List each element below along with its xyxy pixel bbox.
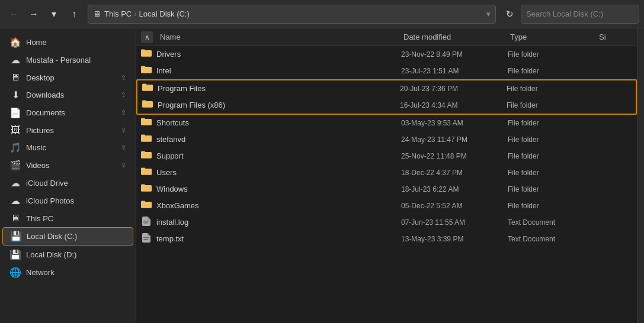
file-row-support[interactable]: Support25-Nov-22 11:48 PMFile folder — [136, 148, 637, 164]
sidebar-item-desktop[interactable]: 🖥Desktop⇪ — [2, 69, 133, 86]
documents-icon: 📄 — [9, 107, 21, 118]
sidebar-item-icloud-drive[interactable]: ☁iCloud Drive — [2, 175, 133, 192]
this-pc-icon: 🖥 — [9, 213, 21, 224]
recent-button[interactable]: ▾ — [45, 5, 63, 23]
file-date-stefanvd: 24-May-23 11:47 PM — [401, 135, 508, 144]
sidebar-item-pictures[interactable]: 🖼Pictures⇪ — [2, 122, 133, 138]
music-icon: 🎵 — [9, 142, 21, 153]
file-row-intel[interactable]: Intel23-Jul-23 1:51 AMFile folder — [136, 63, 637, 79]
pin-icon-videos: ⇪ — [121, 162, 126, 169]
sidebar-item-icloud-photos[interactable]: ☁iCloud Photos — [2, 192, 133, 209]
svg-rect-0 — [143, 221, 149, 222]
pin-icon-documents: ⇪ — [121, 109, 126, 117]
file-date-program-files: 20-Jul-23 7:36 PM — [400, 85, 507, 93]
sidebar-label-this-pc: This PC — [26, 214, 126, 223]
col-type-header[interactable]: Type — [508, 33, 597, 41]
videos-icon: 🎬 — [9, 160, 21, 171]
sidebar-item-network[interactable]: 🌐Network — [2, 264, 133, 281]
address-bar[interactable]: 🖥 This PC › Local Disk (C:) ▾ — [88, 5, 496, 24]
file-row-program-files-x86[interactable]: Program Files (x86)16-Jul-23 4:34 AMFile… — [137, 97, 636, 114]
sidebar-label-videos: Videos — [26, 161, 116, 170]
file-name-shortcuts: Shortcuts — [156, 118, 401, 127]
file-type-drivers: File folder — [508, 50, 597, 59]
file-row-drivers[interactable]: Drivers23-Nov-22 8:49 PMFile folder — [136, 46, 637, 63]
downloads-icon: ⬇ — [9, 89, 21, 101]
folder-icon-drivers — [141, 49, 152, 60]
col-date-header[interactable]: Date modified — [401, 33, 508, 41]
file-name-users: Users — [156, 168, 401, 177]
home-icon: 🏠 — [9, 37, 21, 48]
col-size-header[interactable]: Si — [597, 33, 632, 41]
refresh-button[interactable]: ↻ — [501, 5, 518, 23]
sidebar-item-local-disk-d[interactable]: 💾Local Disk (D:) — [2, 246, 133, 263]
pin-icon-music: ⇪ — [121, 144, 126, 151]
sidebar-item-this-pc[interactable]: 🖥This PC — [2, 210, 133, 227]
pin-icon-desktop: ⇪ — [121, 74, 126, 82]
sidebar-item-mustafa[interactable]: ☁Mustafa - Personal — [2, 51, 133, 69]
file-date-users: 18-Dec-22 4:37 PM — [401, 169, 508, 177]
folder-icon-stefanvd — [141, 134, 152, 145]
folder-icon-intel — [141, 65, 152, 76]
file-row-install-log[interactable]: install.log07-Jun-23 11:55 AMText Docume… — [136, 214, 637, 231]
file-row-temp-txt[interactable]: temp.txt13-May-23 3:39 PMText Document — [136, 231, 637, 247]
desktop-icon: 🖥 — [9, 72, 21, 83]
file-type-install-log: Text Document — [508, 218, 597, 227]
program-files-highlight-group: Program Files20-Jul-23 7:36 PMFile folde… — [136, 79, 637, 115]
svg-rect-2 — [143, 237, 149, 238]
sidebar-item-local-disk-c[interactable]: 💾Local Disk (C:) — [2, 227, 133, 246]
file-row-program-files[interactable]: Program Files20-Jul-23 7:36 PMFile folde… — [137, 80, 636, 97]
breadcrumb-sep-1: › — [134, 9, 136, 18]
up-button[interactable]: ↑ — [65, 5, 83, 23]
file-row-xboxgames[interactable]: XboxGames05-Dec-22 5:52 AMFile folder — [136, 198, 637, 214]
file-row-stefanvd[interactable]: stefanvd24-May-23 11:47 PMFile folder — [136, 131, 637, 148]
scroll-up-button[interactable]: ∧ — [141, 31, 153, 43]
sidebar-item-videos[interactable]: 🎬Videos⇪ — [2, 157, 133, 174]
sidebar-label-icloud-drive: iCloud Drive — [26, 179, 126, 188]
breadcrumb-thispc[interactable]: This PC — [104, 9, 132, 18]
sidebar-label-local-disk-c: Local Disk (C:) — [27, 232, 126, 241]
file-row-shortcuts[interactable]: Shortcuts03-May-23 9:53 AMFile folder — [136, 115, 637, 131]
txt-icon-install-log — [141, 217, 152, 228]
file-row-windows[interactable]: Windows18-Jul-23 6:22 AMFile folder — [136, 181, 637, 198]
file-type-users: File folder — [508, 169, 597, 177]
file-type-xboxgames: File folder — [508, 202, 597, 210]
file-type-program-files-x86: File folder — [507, 101, 595, 109]
sidebar-item-documents[interactable]: 📄Documents⇪ — [2, 104, 133, 121]
sidebar-label-downloads: Downloads — [26, 91, 116, 99]
sidebar-item-music[interactable]: 🎵Music⇪ — [2, 139, 133, 156]
file-row-users[interactable]: Users18-Dec-22 4:37 PMFile folder — [136, 164, 637, 181]
forward-button[interactable]: → — [25, 5, 43, 23]
file-date-windows: 18-Jul-23 6:22 AM — [401, 185, 508, 193]
search-input[interactable] — [521, 5, 639, 24]
local-disk-c-icon: 💾 — [10, 231, 22, 242]
back-button[interactable]: ← — [5, 5, 23, 23]
sidebar-label-network: Network — [26, 268, 126, 277]
file-name-program-files: Program Files — [158, 84, 400, 93]
file-type-stefanvd: File folder — [508, 135, 597, 144]
file-date-install-log: 07-Jun-23 11:55 AM — [401, 218, 508, 227]
right-scrollbar — [637, 28, 644, 323]
file-name-install-log: install.log — [156, 218, 401, 227]
sidebar-item-downloads[interactable]: ⬇Downloads⇪ — [2, 86, 133, 104]
sidebar-item-home[interactable]: 🏠Home — [2, 34, 133, 51]
mustafa-icon: ☁ — [9, 54, 21, 66]
icloud-drive-icon: ☁ — [9, 177, 21, 189]
address-bar-icon: 🖥 — [93, 9, 101, 18]
file-name-program-files-x86: Program Files (x86) — [158, 101, 400, 109]
network-icon: 🌐 — [9, 267, 21, 278]
column-headers: ∧ Name Date modified Type Si — [136, 28, 637, 46]
folder-icon-program-files-x86 — [142, 99, 153, 111]
txt-icon-temp-txt — [141, 233, 152, 244]
breadcrumb-localc[interactable]: Local Disk (C:) — [139, 9, 190, 18]
file-type-shortcuts: File folder — [508, 119, 597, 127]
file-name-temp-txt: temp.txt — [156, 234, 401, 243]
svg-rect-3 — [143, 239, 148, 240]
sidebar-label-mustafa: Mustafa - Personal — [26, 56, 126, 64]
sidebar-label-music: Music — [26, 143, 116, 152]
sidebar-label-icloud-photos: iCloud Photos — [26, 196, 126, 205]
col-name-header[interactable]: Name — [158, 33, 401, 41]
folder-icon-users — [141, 167, 152, 178]
file-type-temp-txt: Text Document — [508, 235, 597, 243]
address-dropdown-icon[interactable]: ▾ — [486, 9, 491, 18]
file-name-support: Support — [156, 151, 401, 160]
